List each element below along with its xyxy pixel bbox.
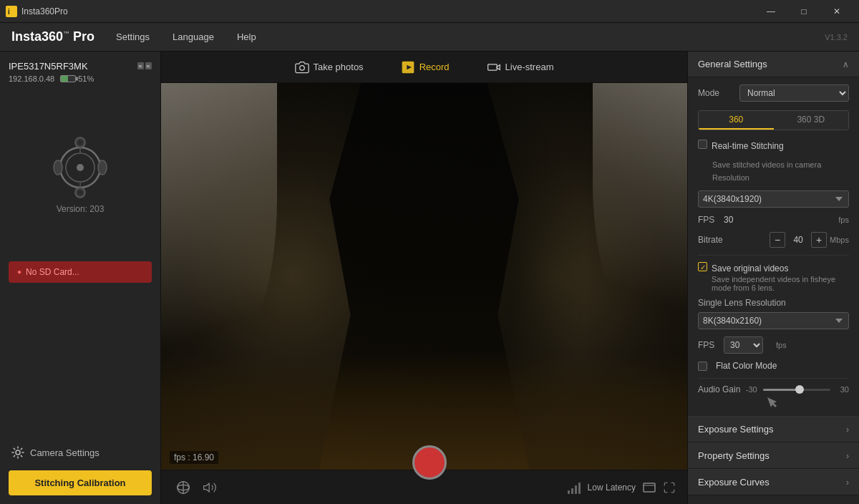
general-settings-chevron: ∧ bbox=[843, 59, 849, 69]
gear-icon bbox=[11, 446, 24, 459]
save-original-row: Save original videos Save independent vi… bbox=[698, 261, 849, 292]
mode-label: Mode bbox=[698, 88, 734, 98]
property-settings-header[interactable]: Property Settings › bbox=[688, 442, 859, 469]
svg-rect-21 bbox=[487, 64, 497, 69]
stitching-calibration-button[interactable]: Stitching Calibration bbox=[9, 470, 152, 495]
bitrate-plus-button[interactable]: + bbox=[811, 232, 827, 248]
audio-icon bbox=[203, 480, 217, 495]
record-button[interactable]: Record bbox=[395, 57, 455, 77]
signal-bars bbox=[568, 481, 581, 494]
general-settings-content: Mode Normal 360 360 3D Real-time Stitchi… bbox=[688, 77, 859, 416]
app-logo: Insta360™ Pro bbox=[11, 29, 94, 44]
take-photos-button[interactable]: Take photos bbox=[289, 57, 369, 77]
camera-360-icon bbox=[48, 135, 112, 200]
version-label: V1.3.2 bbox=[825, 33, 848, 42]
real-time-stitching-label-group: Real-time Stitching bbox=[712, 139, 784, 152]
general-settings-header[interactable]: General Settings ∧ bbox=[688, 52, 859, 77]
save-stitched-label: Save stitched videos in camera bbox=[712, 160, 821, 169]
take-photos-label: Take photos bbox=[314, 62, 364, 72]
no-sd-card-text: No SD Card... bbox=[26, 267, 79, 277]
real-time-stitching-label: Real-time Stitching bbox=[712, 141, 784, 151]
bitrate-minus-button[interactable]: − bbox=[770, 232, 785, 248]
resolution-row: 4K(3840x1920) bbox=[698, 190, 849, 208]
fullscreen-icon[interactable] bbox=[663, 481, 676, 494]
battery-indicator: 51% bbox=[60, 74, 94, 83]
exposure-curves-header[interactable]: Exposure Curves › bbox=[688, 469, 859, 495]
bitrate-value: 40 bbox=[788, 235, 808, 245]
fps-display: fps : 16.90 bbox=[170, 451, 218, 464]
single-lens-select[interactable]: 8K(3840x2160) bbox=[698, 312, 849, 329]
mode-select[interactable]: Normal bbox=[739, 84, 849, 102]
fps2-label: FPS bbox=[698, 340, 719, 350]
preview-wrapper bbox=[161, 83, 687, 470]
audio-slider-thumb bbox=[795, 385, 804, 394]
bitrate-unit: Mbps bbox=[830, 236, 849, 244]
device-info-row: 192.168.0.48 51% bbox=[9, 74, 152, 83]
svg-point-18 bbox=[299, 65, 304, 70]
live-stream-icon bbox=[487, 60, 501, 74]
resolution-select[interactable]: 4K(3840x1920) bbox=[698, 190, 849, 208]
exposure-curves-title: Exposure Curves bbox=[698, 477, 770, 488]
exposure-curves-chevron: › bbox=[846, 478, 849, 488]
app-icon: i bbox=[6, 6, 17, 17]
mode-row: Mode Normal bbox=[698, 84, 849, 102]
titlebar: i Insta360Pro — □ ✕ bbox=[0, 0, 859, 23]
audio-gain-label: Audio Gain -30 bbox=[698, 384, 757, 394]
exposure-settings-header[interactable]: Exposure Settings › bbox=[688, 416, 859, 442]
save-original-sublabel: Save independent videos in fisheye mode … bbox=[712, 275, 849, 292]
single-lens-label: Single Lens Resolution bbox=[698, 298, 849, 308]
single-lens-resolution-row: 8K(3840x2160) bbox=[698, 312, 849, 329]
fps-row: FPS 30 fps bbox=[698, 215, 849, 225]
menubar: Insta360™ Pro Settings Language Help V1.… bbox=[0, 23, 859, 52]
top-toolbar: Take photos Record Live-stream bbox=[161, 52, 687, 83]
live-stream-button[interactable]: Live-stream bbox=[481, 57, 560, 77]
live-stream-label: Live-stream bbox=[505, 62, 554, 72]
menu-item-settings[interactable]: Settings bbox=[112, 29, 154, 45]
audio-button[interactable] bbox=[200, 478, 220, 498]
svg-point-17 bbox=[16, 450, 20, 455]
flat-color-checkbox[interactable] bbox=[698, 362, 707, 371]
bitrate-row: Bitrate − 40 + Mbps bbox=[698, 232, 849, 248]
general-settings-title: General Settings bbox=[698, 59, 767, 69]
maximize-button[interactable]: □ bbox=[787, 0, 820, 23]
right-panel: General Settings ∧ Mode Normal 360 360 3… bbox=[687, 52, 859, 504]
toggle-360-3d-btn[interactable]: 360 3D bbox=[774, 111, 849, 130]
minimize-button[interactable]: — bbox=[754, 0, 787, 23]
version-info: Version: 203 bbox=[57, 204, 105, 214]
property-settings-title: Property Settings bbox=[698, 450, 770, 461]
svg-point-12 bbox=[77, 190, 83, 195]
svg-marker-22 bbox=[497, 64, 500, 69]
record-label: Record bbox=[419, 62, 450, 72]
toggle-360-btn[interactable]: 360 bbox=[699, 111, 774, 130]
camera-settings-button[interactable]: Camera Settings bbox=[9, 440, 152, 465]
gyro-button[interactable] bbox=[173, 477, 194, 498]
svg-text:≋: ≋ bbox=[146, 64, 150, 69]
resolution-label-sub: Resolution bbox=[712, 173, 749, 182]
device-header: IPE5317N5RF3MK ≋ ≋ bbox=[9, 60, 152, 72]
save-stitched-group: Save stitched videos in camera Resolutio… bbox=[712, 158, 849, 183]
wifi-icon: ≋ ≋ bbox=[137, 60, 152, 72]
divider-1 bbox=[698, 255, 849, 256]
flat-color-label: Flat Color Mode bbox=[716, 361, 777, 371]
svg-rect-27 bbox=[644, 483, 655, 492]
main-layout: IPE5317N5RF3MK ≋ ≋ 192.168.0.48 51% bbox=[0, 52, 859, 504]
menu-item-language[interactable]: Language bbox=[168, 29, 218, 45]
save-original-label-group: Save original videos Save independent vi… bbox=[712, 261, 849, 292]
cursor-icon bbox=[767, 397, 777, 410]
gyro-icon bbox=[175, 480, 191, 495]
save-original-checkbox[interactable] bbox=[698, 262, 707, 271]
real-time-stitching-checkbox[interactable] bbox=[698, 140, 707, 149]
fps2-select[interactable]: 30 bbox=[724, 336, 763, 354]
menu-item-help[interactable]: Help bbox=[233, 29, 261, 45]
latency-label: Low Latency bbox=[588, 483, 636, 493]
signal-area: Low Latency bbox=[568, 481, 676, 494]
save-to-customize-row: Save to Customize bbox=[688, 495, 859, 504]
exposure-settings-title: Exposure Settings bbox=[698, 424, 774, 435]
center-record-button[interactable] bbox=[412, 445, 447, 480]
close-button[interactable]: ✕ bbox=[820, 0, 853, 23]
cursor-area bbox=[698, 397, 849, 409]
fps-label: FPS bbox=[698, 215, 719, 225]
camera-graphic: Version: 203 bbox=[9, 100, 152, 250]
audio-gain-slider[interactable] bbox=[763, 389, 830, 391]
exposure-settings-chevron: › bbox=[846, 425, 849, 435]
